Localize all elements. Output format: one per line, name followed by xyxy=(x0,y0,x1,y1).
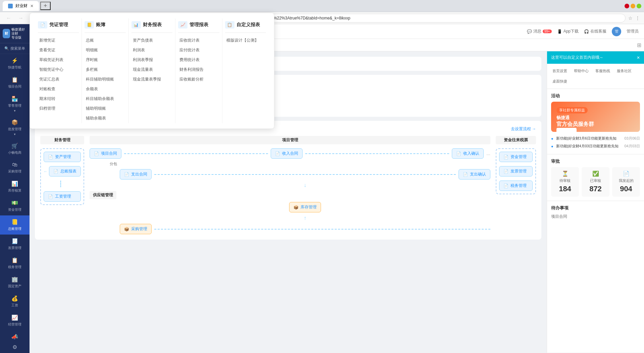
back-button[interactable]: ← xyxy=(4,14,13,22)
bookmark-icon[interactable]: ☆ xyxy=(628,15,633,21)
salary-label: 工资 xyxy=(11,303,18,308)
flow-income-confirm[interactable]: 📄 收入确认 xyxy=(452,148,484,159)
flow-project-contract[interactable]: 📄 项目合同 xyxy=(90,148,121,159)
new-tab-button[interactable]: + xyxy=(40,2,51,10)
sidebar-item-inventory[interactable]: 📊 库存核算 xyxy=(0,177,30,196)
menu-item-receivable-stats[interactable]: 应收统计表 xyxy=(178,36,219,45)
menu-item-aux-detail-ledger[interactable]: 辅助明细账 xyxy=(85,104,125,113)
customize-banner-close[interactable]: ✕ xyxy=(637,55,640,60)
sidebar-item-marketing[interactable]: 📣 小畅营销 xyxy=(0,330,30,341)
flow-asset-mgmt[interactable]: 📄 资产管理 xyxy=(44,152,81,162)
news-dot-1: ● xyxy=(551,137,553,141)
menu-item-voucher-summary[interactable]: 凭证汇总表 xyxy=(38,74,79,84)
approval-card-approved[interactable]: ✅ 已审核 872 xyxy=(582,167,609,197)
menu-item-archive[interactable]: 归档管理 xyxy=(38,104,79,113)
menu-item-balance-table[interactable]: 余额表 xyxy=(85,84,125,94)
sidebar-item-salary[interactable]: 💰 工资 xyxy=(0,292,30,311)
menu-item-expense-stats[interactable]: 费用统计表 xyxy=(178,55,219,65)
arrow-left-icon: ← xyxy=(44,169,48,174)
window-close-button[interactable] xyxy=(625,4,629,8)
menu-item-cashflow-quarterly[interactable]: 现金流量表季报 xyxy=(131,74,172,84)
flow-income-contract[interactable]: 📄 收入合同 xyxy=(271,148,303,159)
menu-item-subject-aux-detail[interactable]: 科目辅助明细账 xyxy=(85,74,125,84)
menu-item-multi-col-ledger[interactable]: 多栏账 xyxy=(85,65,125,74)
sidebar-item-capital[interactable]: 💵 资金管理 xyxy=(0,196,30,215)
purchase-label: 采购管理 xyxy=(8,169,21,174)
sidebar-settings-icon[interactable]: ⚙ xyxy=(12,344,17,350)
app-download-button[interactable]: 📱 App下载 xyxy=(557,29,579,34)
forward-button[interactable]: → xyxy=(16,14,25,22)
menu-item-detail-ledger[interactable]: 明细账 xyxy=(85,45,125,55)
approval-card-pending[interactable]: ⏳ 待审核 184 xyxy=(551,167,579,197)
menu-item-smart-voucher[interactable]: 智能凭证中心 xyxy=(38,65,79,74)
menu-item-general-ledger[interactable]: 总账 xyxy=(85,36,125,45)
tab-close-button[interactable]: ✕ xyxy=(30,4,34,8)
menu-item-subject-aux-balance[interactable]: 科目辅助余额表 xyxy=(85,94,125,104)
side-btn-customer-hotline[interactable]: 客服热线 xyxy=(593,66,613,75)
flow-expense-contract[interactable]: 📄 支出合同 xyxy=(120,169,152,180)
flow-tax-mgmt[interactable]: 📄 税务管理 xyxy=(499,181,533,191)
side-btn-desktop-shortcut[interactable]: 桌面快捷 xyxy=(550,77,570,86)
menu-item-cashflow[interactable]: 现金流量表 xyxy=(131,65,172,74)
more-dots-1: … xyxy=(486,151,490,156)
sidebar-item-ecommerce[interactable]: 🛒 小畅电商 xyxy=(0,139,30,158)
flow-expense-confirm[interactable]: 📄 支出确认 xyxy=(459,169,490,180)
menu-item-reconcile[interactable]: 对账检查 xyxy=(38,84,79,94)
menu-item-income-quarterly[interactable]: 利润表季报 xyxy=(131,55,172,65)
tab-expand-icon[interactable]: ⊞ xyxy=(637,42,641,48)
sidebar-item-tax[interactable]: 📋 税务管理 xyxy=(0,254,30,273)
sidebar-item-project-contract[interactable]: 📋 项目合同 xyxy=(0,73,30,92)
menu-item-financial-profit[interactable]: 财务利润报告 xyxy=(178,65,219,74)
menu-item-aging-analysis[interactable]: 应收账龄分析 xyxy=(178,74,219,84)
flow-purchase-mgmt[interactable]: 📦 采购管理 xyxy=(120,224,152,234)
flow-diagram-wrapper: 财务管理 📄 资产管理 ← xyxy=(40,136,536,234)
flow-capital-mgmt[interactable]: 📄 资金管理 xyxy=(499,152,533,162)
sidebar-search-button[interactable]: 🔍 搜索菜单 xyxy=(0,43,30,54)
flow-invoice-mgmt[interactable]: 📄 发票管理 xyxy=(499,166,533,176)
news-list: ● 新功能|好业财3月6日功能更新抢先知 03月06日 ● 新功能|好业财4月0… xyxy=(551,135,640,150)
menu-item-new-voucher[interactable]: 新增凭证 xyxy=(38,36,79,45)
search-icon: 🔍 xyxy=(4,46,9,50)
menu-item-check-voucher[interactable]: 查看凭证 xyxy=(38,45,79,55)
customize-banner[interactable]: 这里可以自定义首页内容哦～ ✕ xyxy=(547,51,644,64)
menu-column-management-report: 📈 管理报表 应收统计表 应付统计表 费用统计表 财务利润报告 应收账龄分析 xyxy=(175,18,222,123)
flow-setup-link[interactable]: 去设置流程 → xyxy=(511,126,536,132)
sidebar-item-purchase[interactable]: 🛍 采购管理 xyxy=(0,158,30,177)
financial-report-col-icon: 📊 xyxy=(131,21,141,29)
window-minimize-button[interactable] xyxy=(631,4,635,8)
menu-item-template-design[interactable]: 模版设计【公测】 xyxy=(225,36,266,45)
sidebar-item-fixed-assets[interactable]: 🏢 固定资产 xyxy=(0,273,30,292)
extension-icon[interactable]: ⋮ xyxy=(635,15,640,21)
menu-item-period-close[interactable]: 期末结转 xyxy=(38,94,79,104)
menu-item-draft-voucher[interactable]: 草稿凭证列表 xyxy=(38,55,79,65)
side-btn-home-setup[interactable]: 首页设置 xyxy=(550,66,570,75)
menu-item-payable-stats[interactable]: 应付统计表 xyxy=(178,45,219,55)
sidebar-item-operations[interactable]: 📈 经营管理 xyxy=(0,311,30,330)
menu-item-sequence-ledger[interactable]: 序时账 xyxy=(85,55,125,65)
news-item-1[interactable]: ● 新功能|好业财3月6日功能更新抢先知 03月06日 xyxy=(551,135,640,142)
menu-item-balance-sheet[interactable]: 资产负债表 xyxy=(131,36,172,45)
sidebar-item-retail[interactable]: 🏪 零售管理 ▼ xyxy=(0,92,30,116)
sidebar-item-quick-nav[interactable]: ⚡ 快捷导航 xyxy=(0,54,30,73)
search-label: 搜索菜单 xyxy=(10,46,25,50)
flow-salary-mgmt[interactable]: 📄 工资管理 xyxy=(44,191,81,202)
sidebar-item-accounting[interactable]: 📒 总账管理 xyxy=(0,215,30,235)
h-line-1 xyxy=(124,153,268,154)
supply-chain-section: 供应链管理 xyxy=(90,191,490,199)
side-btn-service-community[interactable]: 服务社区 xyxy=(614,66,634,75)
sidebar-item-invoice[interactable]: 🧾 发票管理 xyxy=(0,235,30,254)
active-browser-tab[interactable]: 好业财 ✕ xyxy=(3,1,39,11)
message-button[interactable]: 💬 消息 99+ xyxy=(527,29,552,34)
news-item-2[interactable]: ● 新功能|好业财4月03日功能更新抢先知 04月03日 xyxy=(551,142,640,150)
side-btn-help-center[interactable]: 帮助中心 xyxy=(571,66,591,75)
window-maximize-button[interactable] xyxy=(637,4,641,8)
user-avatar[interactable]: 管 xyxy=(612,27,621,36)
menu-item-income-statement[interactable]: 利润表 xyxy=(131,45,172,55)
activity-banner[interactable]: 享社群专属权益 畅捷通 官方会员服务群 QR xyxy=(551,102,640,132)
flow-inventory-mgmt[interactable]: 📦 库存管理 xyxy=(289,202,321,212)
sidebar-item-wholesale[interactable]: 📦 批发管理 ▼ xyxy=(0,116,30,139)
flow-general-ledger[interactable]: 📄 总账报表 xyxy=(49,166,81,176)
approval-card-issued[interactable]: 📄 我发起的 904 xyxy=(612,167,640,197)
menu-item-aux-balance[interactable]: 辅助余额表 xyxy=(85,113,125,123)
online-service-button[interactable]: 🎧 在线客服 xyxy=(584,29,606,34)
